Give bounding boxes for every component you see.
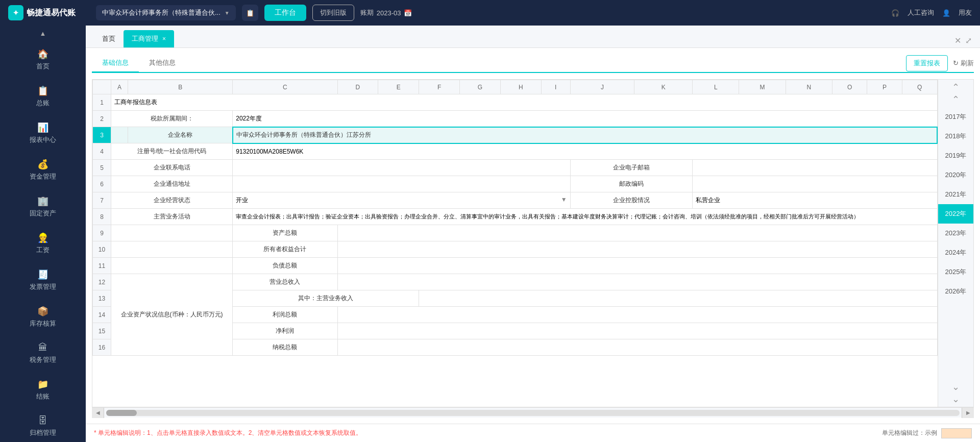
year-item[interactable]: 2019年 xyxy=(938,146,973,165)
sidebar-item-close[interactable]: 📁 结账 xyxy=(0,372,86,408)
hscroll-bar[interactable]: ◀ ▶ xyxy=(92,407,974,418)
year-item[interactable]: 2024年 xyxy=(938,243,973,262)
sidebar-item-assets[interactable]: 🏢 固定资产 xyxy=(0,188,86,225)
home-icon: 🏠 xyxy=(37,48,48,60)
col-header-n[interactable]: N xyxy=(786,80,832,94)
right-panel-scroll-up[interactable]: ⌃ ⌃ xyxy=(952,80,960,107)
col-header-p[interactable]: P xyxy=(867,80,902,94)
cell-3-value[interactable]: 中审众环会计师事务所（特殊普通合伙）江苏分所 xyxy=(233,127,937,143)
old-version-button[interactable]: 切到旧版 xyxy=(312,5,354,21)
year-item[interactable]: 2022年 xyxy=(938,204,973,224)
cell-11-ab xyxy=(111,258,233,274)
tab-home[interactable]: 首页 xyxy=(94,30,124,47)
refresh-label: 刷新 xyxy=(961,59,974,68)
workbench-button[interactable]: 工作台 xyxy=(264,5,306,21)
cell-6-address[interactable] xyxy=(233,176,570,192)
close-window-icon[interactable]: ✕ xyxy=(954,36,961,45)
tab-industry[interactable]: 工商管理 × xyxy=(124,30,174,47)
table-row: 11 负债总额 xyxy=(93,258,938,274)
sidebar-item-home[interactable]: 🏠 首页 xyxy=(0,41,86,78)
consult-label[interactable]: 人工咨询 xyxy=(908,8,934,17)
sidebar-item-archive[interactable]: 🗄 归档管理 xyxy=(0,408,86,442)
expand-icon[interactable]: ⤢ xyxy=(965,36,972,45)
company-selector[interactable]: 中审众环会计师事务所（特殊普通合伙... ▼ xyxy=(96,5,236,20)
cell-13-value[interactable] xyxy=(419,290,937,307)
cell-12-value[interactable] xyxy=(337,274,937,290)
hscroll-track[interactable] xyxy=(106,410,960,416)
sub-tab-basic[interactable]: 基础信息 xyxy=(92,54,139,73)
col-header-d[interactable]: D xyxy=(337,80,378,94)
cell-14-value[interactable] xyxy=(337,307,937,323)
document-icon[interactable]: 📋 xyxy=(242,5,258,21)
refresh-button[interactable]: ↻ 刷新 xyxy=(953,59,974,68)
year-item[interactable]: 2026年 xyxy=(938,282,973,301)
col-header-b[interactable]: B xyxy=(128,80,233,94)
year-item[interactable]: 2023年 xyxy=(938,224,973,243)
col-header-c[interactable]: C xyxy=(233,80,337,94)
right-panel-scroll-down[interactable]: ⌄ ⌄ xyxy=(952,379,960,407)
user-label[interactable]: 用友 xyxy=(959,8,972,17)
col-header-g[interactable]: G xyxy=(460,80,501,94)
col-header-o[interactable]: O xyxy=(832,80,867,94)
right-panel: ⌃ ⌃ 2017年2018年2019年2020年2021年2022年2023年2… xyxy=(938,80,973,407)
cell-2-value[interactable]: 2022年度 xyxy=(233,111,937,127)
col-header-j[interactable]: J xyxy=(570,80,634,94)
cell-4-value[interactable]: 91320100MA208E5W6K xyxy=(233,143,937,160)
sidebar-item-ledger[interactable]: 📋 总账 xyxy=(0,78,86,115)
sidebar-item-inventory[interactable]: 📦 库存核算 xyxy=(0,299,86,335)
table-title: 工商年报信息表 xyxy=(114,99,157,106)
year-item[interactable]: 2018年 xyxy=(938,127,973,146)
cell-14-label: 利润总额 xyxy=(233,307,337,323)
col-header-h[interactable]: H xyxy=(500,80,541,94)
sub-tab-basic-label: 基础信息 xyxy=(102,59,129,66)
cell-5-phone[interactable] xyxy=(233,160,570,176)
company-name: 中审众环会计师事务所（特殊普通合伙... xyxy=(102,8,220,17)
sidebar-item-salary[interactable]: 👷 工资 xyxy=(0,225,86,262)
dropdown-icon[interactable]: ▼ xyxy=(561,196,567,203)
col-header-l[interactable]: L xyxy=(693,80,739,94)
hscroll-left-btn[interactable]: ◀ xyxy=(92,408,104,418)
cell-7-control-value[interactable]: 私营企业 xyxy=(693,192,937,209)
table-row: 12 企业资产状况信息(币种：人民币万元) 营业总收入 xyxy=(93,274,938,290)
col-header-f[interactable]: F xyxy=(419,80,460,94)
col-header-e[interactable]: E xyxy=(378,80,419,94)
table-row: 1 工商年报信息表 xyxy=(93,94,938,111)
reset-report-button[interactable]: 重置报表 xyxy=(906,55,948,71)
hscroll-right-btn[interactable]: ▶ xyxy=(962,408,974,418)
hscroll-thumb[interactable] xyxy=(106,410,137,416)
row-number-8: 8 xyxy=(93,209,111,225)
sub-tab-other[interactable]: 其他信息 xyxy=(139,54,186,73)
col-header-k[interactable]: K xyxy=(634,80,693,94)
cell-10-value[interactable] xyxy=(337,241,937,258)
calendar-icon[interactable]: 📅 xyxy=(404,9,412,17)
cell-15-value[interactable] xyxy=(337,323,937,339)
col-header-a[interactable]: A xyxy=(111,80,128,94)
cell-6-postal[interactable] xyxy=(693,176,937,192)
table-title-cell: 工商年报信息表 xyxy=(111,94,938,111)
sidebar-item-finance[interactable]: 💰 资金管理 xyxy=(0,152,86,188)
year-item[interactable]: 2025年 xyxy=(938,262,973,282)
salary-icon: 👷 xyxy=(37,232,48,243)
tab-close-icon[interactable]: × xyxy=(162,35,166,42)
chevron-down-icon: ▼ xyxy=(225,10,230,16)
cell-8-ab: 主营业务活动 xyxy=(111,209,233,225)
year-item[interactable]: 2020年 xyxy=(938,165,973,185)
cell-7-status[interactable]: 开业 ▼ xyxy=(233,192,570,209)
row-number-11: 11 xyxy=(93,258,111,274)
cell-11-value[interactable] xyxy=(337,258,937,274)
spreadsheet-main[interactable]: A B C D E F G H I J K L xyxy=(92,80,938,407)
year-item[interactable]: 2017年 xyxy=(938,107,973,127)
sidebar-scroll-up[interactable]: ▲ xyxy=(0,26,86,41)
sidebar-item-reports[interactable]: 📊 报表中心 xyxy=(0,115,86,152)
cell-6-postal-label: 邮政编码 xyxy=(570,176,693,192)
sidebar-item-invoice[interactable]: 🧾 发票管理 xyxy=(0,262,86,299)
year-item[interactable]: 2021年 xyxy=(938,185,973,204)
cell-16-value[interactable] xyxy=(337,339,937,356)
cell-9-value[interactable] xyxy=(337,225,937,241)
sidebar-item-tax[interactable]: 🏛 税务管理 xyxy=(0,335,86,372)
col-header-q[interactable]: Q xyxy=(902,80,937,94)
col-header-m[interactable]: M xyxy=(739,80,786,94)
col-header-i[interactable]: I xyxy=(541,80,570,94)
cell-8-value[interactable]: 审查企业会计报表；出具审计报告；验证企业资本；出具验资报告；办理企业合并、分立、… xyxy=(233,209,937,225)
cell-5-email[interactable] xyxy=(693,160,937,176)
